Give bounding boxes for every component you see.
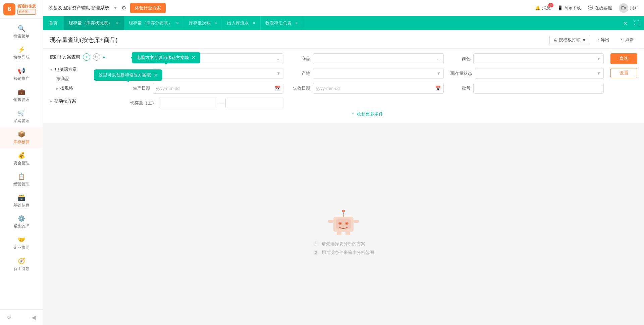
calendar-icon1: 📅	[275, 86, 280, 91]
tooltip1-container: 电脑方案可设为移动方案哦 ✕	[132, 52, 200, 63]
export-btn[interactable]: ↑ 导出	[594, 35, 613, 45]
step1-text: 请先选择要分析的方案	[322, 241, 365, 247]
header-settings-icon[interactable]: ⚙	[121, 5, 126, 11]
filter-row-stock-status: 现存量状态 ▼	[450, 68, 604, 79]
sidebar-item-system[interactable]: ⚙️ 系统管理	[0, 212, 43, 233]
refresh-label: 刷新	[625, 37, 634, 43]
svg-rect-8	[328, 220, 333, 223]
template-print-btn[interactable]: 🖨 按模板打印 ▼	[549, 35, 590, 45]
tab-fullscreen-icon[interactable]: ⛶	[632, 18, 641, 28]
sidebar-item-label: 系统管理	[13, 224, 30, 229]
tab-batch-close[interactable]: ✕	[214, 21, 217, 25]
stock-status-arrow-icon: ▼	[597, 71, 601, 76]
sidebar-menu: 🔍 搜索菜单 ⚡ 快捷导航 📢 营销推广 💼 销售管理 🛒 采购管理 📦 库存核…	[0, 19, 43, 309]
tab-inout[interactable]: 出入库流水 ✕	[222, 16, 261, 30]
system-name: 装备及固定资产辅助管理系统	[48, 5, 109, 11]
filter-row-batchno: 批号	[450, 83, 604, 94]
tab-stock-status-close[interactable]: ✕	[116, 21, 119, 25]
tab-stock-dist[interactable]: 现存量（库存分布表） ✕	[124, 16, 184, 30]
stock-qty-min-input[interactable]	[159, 98, 217, 108]
sidebar-item-search[interactable]: 🔍 搜索菜单	[0, 21, 43, 43]
svg-rect-11	[345, 231, 350, 235]
purchase-icon: 🛒	[18, 109, 25, 117]
batchno-input[interactable]	[473, 83, 604, 94]
color-select[interactable]: ▼	[473, 53, 604, 64]
svg-rect-10	[337, 231, 341, 235]
filter-label: 按以下方案查询	[50, 54, 80, 60]
scheme-group-desktop-label: 电脑端方案	[55, 66, 77, 72]
set-btn[interactable]: 设置	[610, 68, 637, 78]
refresh-icon: ↻	[620, 38, 624, 43]
sidebar-item-label: 搜索菜单	[13, 34, 30, 39]
settings-bottom-icon[interactable]: ⚙	[5, 314, 13, 321]
empty-state: 1 请先选择要分析的方案 2 用过滤条件来缩小分析范围	[43, 123, 644, 325]
filter-collapse-btn[interactable]: ⌃ 收起更多条件	[130, 108, 604, 118]
origin-select[interactable]: ▼	[313, 68, 443, 79]
tooltip1-close[interactable]: ✕	[192, 55, 196, 60]
sidebar-item-enterprise[interactable]: 🤝 企业协同	[0, 233, 43, 254]
notifications-item[interactable]: 🔔 消息 8	[535, 5, 551, 11]
tab-stock-status-label: 现存量（库存状况表）	[69, 20, 112, 26]
marketing-icon: 📢	[18, 67, 25, 74]
sidebar-item-operations[interactable]: 📋 经营管理	[0, 169, 43, 191]
sidebar-item-sales[interactable]: 💼 销售管理	[0, 85, 43, 106]
tab-stock-dist-close[interactable]: ✕	[176, 21, 179, 25]
sidebar-item-label: 企业协同	[13, 245, 30, 251]
tab-stock-dist-label: 现存量（库存分布表）	[129, 20, 172, 26]
filter-add-btn[interactable]: ＋	[83, 53, 90, 61]
scheme-group-mobile: ▶ 移动端方案	[50, 97, 123, 105]
tab-close-all-icon[interactable]: ✕	[621, 18, 630, 28]
tooltip1-text: 电脑方案可设为移动方案哦	[137, 55, 189, 61]
filter-reset-btn[interactable]: ↻	[93, 53, 100, 61]
sidebar-item-quicknav[interactable]: ⚡ 快捷导航	[0, 43, 43, 64]
proddate-label: 生产日期	[130, 85, 150, 91]
product-dots-icon: ···	[437, 56, 441, 61]
tab-inout-close[interactable]: ✕	[252, 21, 256, 25]
stock-status-select[interactable]: ▼	[475, 68, 604, 79]
sidebar-item-finance[interactable]: 💰 资金管理	[0, 148, 43, 169]
basicinfo-icon: 🗃️	[18, 194, 25, 201]
proddate-start-placeholder: yyyy-mm-dd	[156, 86, 180, 91]
filter-arrow-btn[interactable]: «	[103, 54, 106, 60]
search-btn[interactable]: 查询	[610, 53, 637, 64]
user-item[interactable]: Ea 用户	[619, 3, 639, 13]
online-service-item[interactable]: 💬 在线客服	[588, 5, 612, 11]
tooltip2-close[interactable]: ✕	[154, 72, 158, 78]
template-print-label: 按模板打印	[559, 37, 581, 43]
origin-arrow-icon: ▼	[437, 71, 441, 76]
scheme-panel: 按以下方案查询 ＋ ↻ « 电脑方案可设为移动方案哦 ✕	[50, 53, 123, 105]
size-select[interactable]: ▼	[153, 68, 283, 79]
export-icon: ↑	[597, 38, 600, 43]
sidebar-logo: 6 畅通好生意 标准版	[0, 0, 43, 19]
page-actions: 🖨 按模板打印 ▼ ↑ 导出 ↻ 刷新	[549, 35, 637, 45]
batchno-label: 批号	[450, 85, 471, 91]
stock-qty-max-input[interactable]	[225, 98, 284, 108]
tab-batch[interactable]: 库存批次账 ✕	[184, 16, 222, 30]
app-download-item[interactable]: 📱 App下载	[557, 5, 581, 11]
sidebar-item-marketing[interactable]: 📢 营销推广	[0, 64, 43, 85]
empty-icon-wrap	[323, 203, 364, 237]
scheme-item-by-spec[interactable]: ▸ 按规格	[50, 84, 123, 92]
sidebar-item-basicinfo[interactable]: 🗃️ 基础信息	[0, 191, 43, 212]
filter-fields-grid: 仓库 ··· 商品 ··· 颜色	[130, 53, 604, 108]
empty-text-wrap: 1 请先选择要分析的方案 2 用过滤条件来缩小分析范围	[313, 241, 374, 258]
filter-fields-panel: 仓库 ··· 商品 ··· 颜色	[130, 53, 604, 118]
industry-btn[interactable]: 体验行业方案	[130, 3, 166, 13]
sidebar-item-purchase[interactable]: 🛒 采购管理	[0, 106, 43, 127]
filter-row-product: 商品 ···	[290, 53, 443, 64]
sidebar-item-inventory[interactable]: 📦 库存核算	[0, 127, 43, 148]
scheme-group-mobile-header[interactable]: ▶ 移动端方案	[50, 97, 123, 105]
proddate-start-input[interactable]: yyyy-mm-dd 📅	[153, 83, 283, 94]
tab-home[interactable]: 首页	[43, 16, 64, 30]
tab-stock-status[interactable]: 现存量（库存状况表） ✕	[64, 16, 124, 30]
collapse-sidebar-icon[interactable]: ◀	[30, 314, 37, 321]
expdate-start-input[interactable]: yyyy-mm-dd 📅	[313, 83, 443, 94]
tab-inout-label: 出入库流水	[227, 20, 249, 26]
tab-summary-close[interactable]: ✕	[295, 21, 298, 25]
refresh-btn[interactable]: ↻ 刷新	[617, 35, 637, 45]
tab-summary[interactable]: 收发存汇总表 ✕	[261, 16, 303, 30]
sidebar-item-newguide[interactable]: 🧭 新手引导	[0, 254, 43, 275]
filter-row-origin: 产地 ▼	[290, 68, 443, 79]
scheme-group-mobile-label: 移动端方案	[54, 98, 76, 104]
product-input[interactable]: ···	[313, 53, 443, 64]
